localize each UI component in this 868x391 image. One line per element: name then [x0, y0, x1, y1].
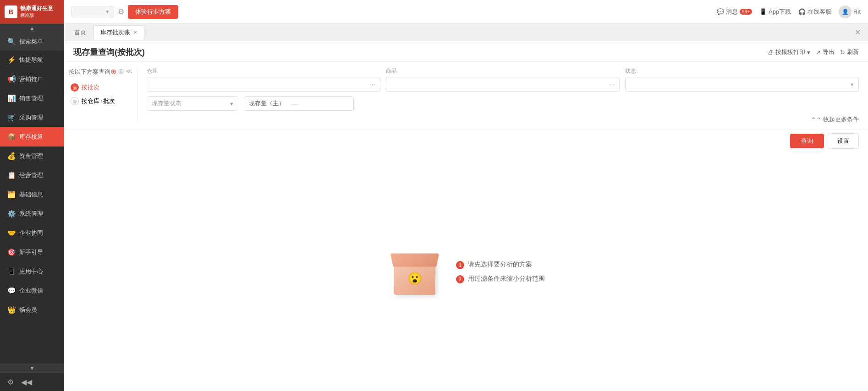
- sidebar-item-enterprise[interactable]: 🤝 企业协同: [0, 223, 64, 243]
- tip-1-text: 请先选择要分析的方案: [468, 261, 532, 269]
- empty-illustration: 😮: [387, 244, 442, 299]
- print-dropdown-icon: ▾: [807, 49, 810, 56]
- inventory-status-chevron: ▾: [230, 100, 233, 107]
- sidebar-item-label: 快捷导航: [19, 56, 43, 64]
- tab-inventory-batch[interactable]: 库存批次账 ✕: [93, 25, 144, 40]
- sidebar-item-marketing[interactable]: 📢 营销推广: [0, 70, 64, 89]
- user-profile-btn[interactable]: 👤 Rit: [839, 5, 861, 18]
- sidebar-bottom: ⚙ ◀◀: [0, 373, 64, 391]
- marketing-icon: 📢: [7, 75, 16, 83]
- purchase-icon: 🛒: [7, 114, 16, 122]
- settings-icon[interactable]: ⚙: [7, 378, 14, 386]
- sidebar-item-label: 销售管理: [19, 94, 43, 103]
- sidebar-edition: 标准版: [20, 12, 53, 19]
- sidebar-item-label: 企业协同: [19, 229, 43, 237]
- collapse-sidebar-icon[interactable]: ◀◀: [21, 378, 32, 386]
- export-icon: ↗: [816, 49, 821, 56]
- scheme-by-warehouse-batch-label: 按仓库+批次: [82, 97, 115, 105]
- collapse-more-btn[interactable]: ⌃⌃ 收起更多条件: [811, 115, 859, 124]
- sidebar-item-quick-nav[interactable]: ⚡ 快捷导航: [0, 50, 64, 70]
- product-label: 商品: [386, 67, 620, 75]
- sidebar-item-label: 应用中心: [19, 267, 43, 276]
- tab-inventory-batch-label: 库存批次账: [100, 28, 130, 37]
- tab-home[interactable]: 首页: [68, 26, 93, 39]
- sidebar-item-basic[interactable]: 🗂️ 基础信息: [0, 185, 64, 204]
- warehouse-label: 仓库: [147, 67, 380, 75]
- sidebar-item-purchase[interactable]: 🛒 采购管理: [0, 108, 64, 127]
- tab-close-icon[interactable]: ✕: [133, 29, 137, 36]
- chevron-up-icon: ⌃⌃: [811, 116, 821, 123]
- app-download-btn[interactable]: 📱 App下载: [759, 8, 791, 16]
- scheme-collapse-btn[interactable]: ≪: [126, 67, 132, 76]
- sidebar-item-member[interactable]: 👑 畅会员: [0, 300, 64, 320]
- sidebar-item-label: 企业微信: [19, 287, 43, 295]
- scheme-add-btn[interactable]: ⊕: [110, 67, 116, 76]
- inventory-status-select[interactable]: 现存量状态 ▾: [147, 96, 238, 111]
- tabbar: 首页 库存批次账 ✕ ✕: [64, 24, 868, 41]
- export-label: 导出: [823, 48, 835, 56]
- sidebar-item-label: 系统管理: [19, 210, 43, 218]
- page-header: 现存量查询(按批次) 🖨 按模板打印 ▾ ↗ 导出 ↻ 刷新: [64, 41, 868, 62]
- scheme-item-by-warehouse-batch[interactable]: ◎ 按仓库+批次: [69, 94, 132, 108]
- newbie-icon: 🎯: [7, 248, 16, 256]
- sidebar-item-newbie[interactable]: 🎯 新手引导: [0, 243, 64, 262]
- quantity-separator: —: [289, 98, 300, 109]
- online-service-btn[interactable]: 🎧 在线客服: [798, 8, 831, 16]
- system-icon: ⚙️: [7, 210, 16, 218]
- warehouse-input[interactable]: ···: [147, 77, 380, 92]
- lightning-icon: ⚡: [7, 56, 16, 64]
- status-dropdown[interactable]: ▾: [625, 77, 859, 92]
- content-area: 现存量查询(按批次) 🖨 按模板打印 ▾ ↗ 导出 ↻ 刷新: [64, 41, 868, 391]
- sidebar-item-inventory[interactable]: 📦 库存核算: [0, 127, 64, 147]
- warehouse-more-icon[interactable]: ···: [370, 81, 375, 88]
- sales-icon: 📊: [7, 94, 16, 103]
- sidebar-scroll-up[interactable]: ▲: [0, 24, 64, 33]
- sidebar-item-system[interactable]: ⚙️ 系统管理: [0, 204, 64, 223]
- trial-industry-btn[interactable]: 体验行业方案: [128, 5, 178, 19]
- messages-label: 消息: [726, 8, 738, 16]
- workspace-dropdown[interactable]: ▾: [71, 6, 114, 17]
- refresh-btn[interactable]: ↻ 刷新: [840, 48, 859, 56]
- query-btn[interactable]: 查询: [790, 134, 824, 148]
- settings-btn[interactable]: 设置: [828, 133, 859, 149]
- message-icon: 💬: [717, 8, 724, 15]
- status-field: 状态 ▾: [625, 67, 859, 92]
- enterprise-icon: 🤝: [7, 229, 16, 237]
- sidebar-item-label: 营销推广: [19, 75, 43, 83]
- tab-home-label: 首页: [74, 28, 86, 37]
- sidebar-item-app[interactable]: 📱 应用中心: [0, 262, 64, 281]
- refresh-icon: ↻: [840, 49, 845, 56]
- username-label: Rit: [853, 8, 861, 15]
- scheme-by-batch-label: 按批次: [82, 83, 99, 92]
- member-icon: 👑: [7, 306, 16, 314]
- chevron-down-icon: ▾: [106, 8, 109, 15]
- filter-row-1: 仓库 ··· 商品 ··· 状态: [147, 67, 859, 92]
- scheme-secondary-icon: ◎: [71, 97, 79, 105]
- topbar-gear-icon[interactable]: ⚙: [118, 7, 124, 16]
- product-input[interactable]: ···: [386, 77, 620, 92]
- sidebar-item-wechat[interactable]: 💬 企业微信: [0, 281, 64, 300]
- quantity-label: 现存量（主）: [244, 97, 289, 110]
- sidebar-scroll-down[interactable]: ▼: [0, 364, 64, 373]
- product-more-icon[interactable]: ···: [609, 81, 615, 88]
- scheme-settings-btn[interactable]: ◎: [118, 67, 124, 76]
- export-btn[interactable]: ↗ 导出: [816, 48, 835, 56]
- print-template-btn[interactable]: 🖨 按模板打印 ▾: [768, 48, 810, 56]
- sidebar-header: B 畅康通好生意 标准版: [0, 0, 64, 24]
- main-area: ▾ ⚙ 体验行业方案 💬 消息 99+ 📱 App下载 🎧 在线客服 👤 Rit: [64, 0, 868, 391]
- operation-icon: 📋: [7, 171, 16, 179]
- sidebar-item-label: 库存核算: [19, 133, 43, 141]
- sidebar-item-search[interactable]: 🔍 搜索菜单: [0, 33, 64, 50]
- sidebar-item-finance[interactable]: 💰 资金管理: [0, 147, 64, 166]
- filter-right: 仓库 ··· 商品 ··· 状态: [137, 67, 868, 124]
- scheme-item-by-batch[interactable]: ◎ 按批次: [69, 81, 132, 94]
- sidebar-nav: 🔍 搜索菜单 ⚡ 快捷导航 📢 营销推广 📊 销售管理 🛒 采购管理 📦 库存核…: [0, 33, 64, 364]
- app-icon: 📱: [7, 267, 16, 276]
- sidebar-item-label: 搜索菜单: [19, 38, 43, 46]
- messages-btn[interactable]: 💬 消息 99+: [717, 8, 752, 16]
- empty-tips: 1 请先选择要分析的方案 2 用过滤条件来缩小分析范围: [456, 261, 545, 283]
- sidebar-item-operation[interactable]: 📋 经营管理: [0, 166, 64, 185]
- topbar-right: 💬 消息 99+ 📱 App下载 🎧 在线客服 👤 Rit: [717, 5, 861, 18]
- main-close-btn[interactable]: ✕: [851, 26, 864, 38]
- sidebar-item-sales[interactable]: 📊 销售管理: [0, 89, 64, 108]
